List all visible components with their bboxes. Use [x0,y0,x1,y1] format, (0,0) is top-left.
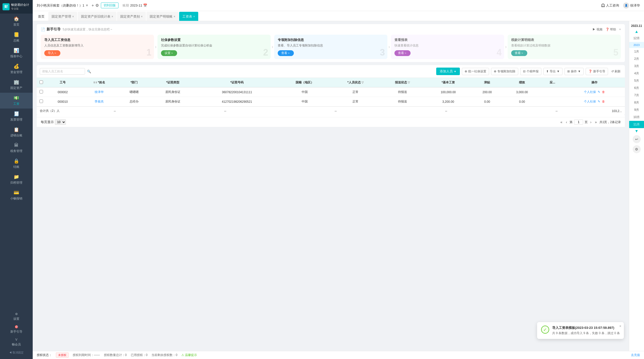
operations-btn[interactable]: ⊞ 操作 ▼ [565,68,584,75]
search-input[interactable] [40,68,85,75]
tab-close-detail[interactable]: × [174,15,175,18]
select-all-checkbox[interactable] [39,80,43,84]
rp-up-btn[interactable]: ▲ [635,29,639,35]
row1-delete-icon[interactable]: 🗑 [602,90,605,94]
rp-month-9[interactable]: 9月 [629,106,644,114]
horizontal-scrollbar[interactable] [37,115,625,117]
guide-settings-btn[interactable]: 设置＞ [161,50,177,56]
sidebar-item-tax[interactable]: 🏛 税务管理 [0,140,33,156]
switch-version-btn[interactable]: 切到旧版 [101,3,118,8]
row1-ops[interactable]: 个人社保 ✎ 🗑 [564,87,625,97]
sidebar-item-expense[interactable]: 💳 小畅报销 [0,187,33,203]
sidebar-item-guide[interactable]: 🎯 新手引导 [1,323,31,336]
topbar-right: 🎧 人工咨询 👤 徐泽华 [601,3,640,9]
rp-month-4[interactable]: 4月 [629,70,644,77]
page-size-select[interactable]: 10 20 50 [55,119,66,125]
rp-year-label-2023[interactable]: 2023 [629,42,644,48]
sidebar-item-ledger[interactable]: 📒 总账 [0,29,33,45]
last-page-btn[interactable]: » [594,120,598,124]
tab-close-fixed-assets[interactable]: × [72,15,74,18]
rp-action-btn-2[interactable]: ⚙ [633,145,641,153]
rp-month-7[interactable]: 7月 [629,92,644,99]
headphone-icon: 🎧 [601,4,605,7]
row1-name[interactable]: 徐泽华 [80,87,118,97]
tab-detail[interactable]: 固定资产明细账 × [146,12,179,21]
account-selector[interactable]: 刘小艳演示账套（勿删勿动！）1 ▼ [37,3,89,8]
user-menu[interactable]: 👤 徐泽华 [623,3,640,9]
rp-month-6[interactable]: 6月 [629,84,644,92]
social-security-btn[interactable]: ⊕ 统一社保设置 [462,68,489,75]
row2-name[interactable]: 李俊杰 [80,97,118,107]
period-selector[interactable]: 账期 2023-11 📅 [123,3,147,8]
refresh-btn[interactable]: ↺ 刷新 [610,68,622,75]
tab-category[interactable]: 固定资产类别 × [117,12,146,21]
sidebar-item-reports[interactable]: 📊 报表中心 [0,45,33,61]
sidebar-item-home[interactable]: 🏠 首页 [0,14,33,29]
rp-month-2[interactable]: 2月 [629,55,644,63]
rp-month-8[interactable]: 8月 [629,99,644,106]
collapse-sidebar-btn[interactable]: ◀ 取消固定 [1,349,31,356]
rp-month-1[interactable]: 1月 [629,48,644,55]
tab-home[interactable]: 首页 [35,12,48,21]
tab-fixed-assets[interactable]: 固定资产管理 × [48,12,77,21]
rp-month-3[interactable]: 3月 [629,63,644,70]
toast-close-btn[interactable]: × [619,324,621,328]
rp-month-10[interactable]: 10月 [629,114,644,121]
th-submit-status[interactable]: 报送状态 ▽ [380,78,425,87]
warning-label[interactable]: ⚠ 温馨提示 [181,353,197,357]
export-btn[interactable]: ⬆ 导出 ▼ [543,68,562,75]
help-link[interactable]: ❓ 帮助 [606,27,616,32]
guide-btn[interactable]: ❓ 新手引导 [586,68,608,75]
row1-checkbox[interactable] [37,87,46,97]
sidebar-item-close[interactable]: 🔒 结账 [0,156,33,172]
first-page-btn[interactable]: « [559,120,564,124]
tab-close-depreciation[interactable]: × [111,15,113,18]
row2-delete-icon[interactable]: 🗑 [602,100,605,103]
guide-import-btn[interactable]: 导入＞ [44,50,60,56]
guide-close-btn[interactable]: × [619,28,621,31]
charge-btn[interactable]: 去充值 [631,353,640,357]
prev-page-btn[interactable]: ‹ [565,120,568,124]
next-page-btn[interactable]: › [589,120,592,124]
rp-month-5[interactable]: 5月 [629,77,644,84]
tab-depreciation[interactable]: 固定资产折旧统计表 × [78,12,116,21]
sidebar-item-cash[interactable]: 💰 资金管理 [0,61,33,77]
guide-view-special-btn[interactable]: 查看＞ [278,50,294,56]
sidebar-item-salary[interactable]: 💵 工资 [0,93,33,109]
special-deduct-btn[interactable]: ⊕ 专项附加扣除 [491,68,518,75]
support-btn[interactable]: 🎧 人工咨询 [601,3,619,8]
th-name[interactable]: ⬆⬇ *姓名 [80,78,118,87]
tab-close-salary[interactable]: × [193,15,195,18]
rp-action-btn-1[interactable]: ↩ [633,135,641,143]
settings-btn[interactable]: ⚙ [95,3,99,8]
search-icon[interactable]: 🔍 [87,70,91,73]
right-panel-container: 2023.11 ▲ 12月 2023 1月 2月 3月 4月 5月 6月 7月 … [629,21,644,351]
row2-ops[interactable]: 个人社保 ✎ 🗑 [564,97,625,107]
sidebar-item-settings[interactable]: ⚙ 设置 [1,310,31,323]
table-row: 000002 徐泽华 嗯嗯嗯 居民身份证 360782200104131111 … [37,87,625,97]
rp-down-btn[interactable]: ▼ [635,128,639,134]
row2-checkbox[interactable] [37,97,46,107]
sidebar-item-archive[interactable]: 📁 归档管理 [0,172,33,187]
sidebar-item-member[interactable]: V 畅会员 [1,336,31,349]
account-dropdown-icon[interactable]: ▼ [85,4,89,7]
add-person-btn[interactable]: 添加人员 ▼ [436,68,460,75]
video-link[interactable]: ▶ 视频 [592,27,602,32]
sidebar-item-purchase[interactable]: 📋 进销台账 [0,124,33,140]
footer-dash5: -- [501,109,612,113]
page-number-input[interactable] [574,120,583,125]
add-account-btn[interactable]: + [92,3,94,8]
tab-bar: 首页 固定资产管理 × 固定资产折旧统计表 × 固定资产类别 × 固定资产明细账… [33,11,644,21]
guide-view-tax-btn[interactable]: 查看＞ [511,50,527,56]
rp-month-11-current[interactable]: 11月 [629,121,644,128]
sidebar-item-invoice[interactable]: 🧾 发票管理 [0,109,33,124]
row1-edit-icon[interactable]: ✎ [598,90,600,94]
tab-close-category[interactable]: × [141,15,143,18]
tax-declare-btn[interactable]: ⊟ 个税申报 [520,68,541,75]
tab-salary[interactable]: 工资表 × [179,12,198,21]
sidebar-item-fixed[interactable]: 🏢 固定资产 [0,77,33,93]
rp-month-12[interactable]: 12月 [629,35,644,42]
row2-edit-icon[interactable]: ✎ [598,100,600,103]
guide-view-reports-btn[interactable]: 查看＞ [394,50,411,56]
th-status[interactable]: *人员状态 ▽ [331,78,380,87]
